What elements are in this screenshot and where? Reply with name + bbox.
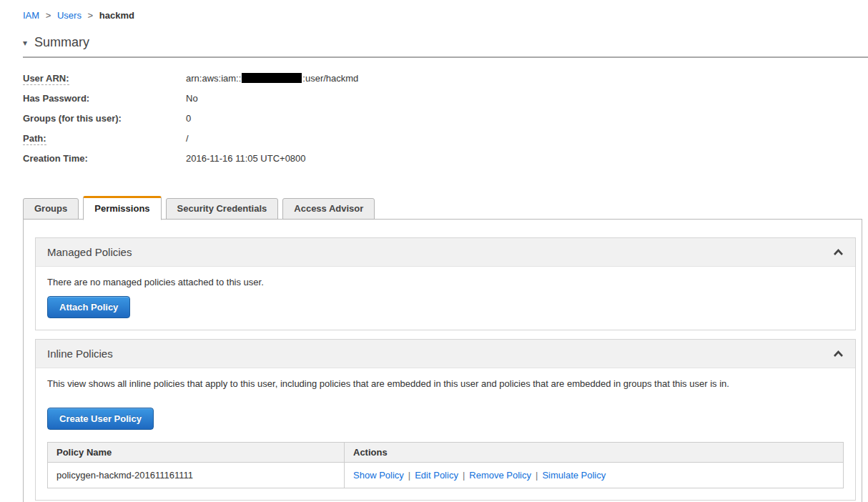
breadcrumb-link-users[interactable]: Users — [57, 10, 82, 21]
policy-name-cell: policygen-hackmd-201611161111 — [48, 463, 345, 488]
inline-policies-section: Inline Policies This view shows all inli… — [35, 339, 856, 501]
summary-row-creation-time: Creation Time: 2016-11-16 11:05 UTC+0800 — [23, 148, 868, 168]
managed-policies-header: Managed Policies — [36, 238, 855, 267]
summary-row-user-arn: User ARN: arn:aws:iam:::user/hackmd — [23, 68, 868, 88]
tab-groups[interactable]: Groups — [23, 198, 79, 220]
breadcrumb: IAM > Users > hackmd — [23, 10, 868, 21]
inline-policies-title: Inline Policies — [47, 348, 113, 360]
inline-policies-description: This view shows all inline policies that… — [47, 378, 844, 389]
summary-section-heading: ▾ Summary — [23, 35, 868, 50]
action-separator: | — [463, 470, 465, 481]
tab-permissions[interactable]: Permissions — [83, 196, 161, 220]
user-arn-label: User ARN: — [23, 73, 186, 84]
user-arn-value: arn:aws:iam:::user/hackmd — [186, 73, 358, 84]
actions-column-header: Actions — [345, 443, 844, 463]
attach-policy-button[interactable]: Attach Policy — [47, 296, 130, 318]
managed-policies-title: Managed Policies — [47, 246, 132, 258]
action-separator: | — [408, 470, 410, 481]
creation-time-label: Creation Time: — [23, 153, 186, 164]
collapse-chevron-icon[interactable] — [833, 350, 844, 358]
inline-policies-body: This view shows all inline policies that… — [36, 368, 855, 500]
breadcrumb-separator: > — [46, 10, 51, 21]
action-separator: | — [536, 470, 538, 481]
path-value: / — [186, 133, 189, 144]
breadcrumb-link-iam[interactable]: IAM — [23, 10, 39, 21]
collapse-chevron-icon[interactable] — [833, 249, 844, 256]
policy-name-column-header: Policy Name — [48, 443, 345, 463]
managed-policies-empty-text: There are no managed policies attached t… — [47, 277, 844, 287]
summary-row-has-password: Has Password: No — [23, 88, 868, 108]
has-password-label: Has Password: — [23, 93, 186, 104]
permissions-tab-panel: Managed Policies There are no managed po… — [23, 219, 862, 502]
simulate-policy-link[interactable]: Simulate Policy — [542, 470, 606, 481]
summary-divider — [23, 56, 868, 58]
inline-policies-header: Inline Policies — [36, 340, 855, 368]
user-detail-tabs: Groups Permissions Security Credentials … — [23, 196, 868, 220]
redacted-account-id — [242, 73, 302, 83]
path-label: Path: — [23, 133, 186, 144]
creation-time-value: 2016-11-16 11:05 UTC+0800 — [186, 153, 306, 164]
summary-fields: User ARN: arn:aws:iam:::user/hackmd Has … — [23, 68, 868, 168]
show-policy-link[interactable]: Show Policy — [353, 470, 404, 481]
create-user-policy-button[interactable]: Create User Policy — [47, 408, 154, 430]
remove-policy-link[interactable]: Remove Policy — [469, 470, 531, 481]
summary-title: Summary — [34, 35, 89, 50]
table-row: policygen-hackmd-201611161111 Show Polic… — [48, 463, 844, 488]
breadcrumb-current-user: hackmd — [99, 10, 134, 21]
breadcrumb-separator: > — [88, 10, 94, 21]
summary-row-path: Path: / — [23, 128, 868, 148]
groups-value: 0 — [186, 113, 191, 124]
table-header-row: Policy Name Actions — [48, 443, 844, 463]
managed-policies-body: There are no managed policies attached t… — [36, 267, 855, 330]
policy-actions-cell: Show Policy|Edit Policy|Remove Policy|Si… — [345, 463, 844, 488]
groups-label: Groups (for this user): — [23, 113, 186, 124]
summary-row-groups: Groups (for this user): 0 — [23, 108, 868, 128]
collapse-triangle-icon[interactable]: ▾ — [23, 38, 27, 48]
tab-security-credentials[interactable]: Security Credentials — [166, 198, 279, 220]
inline-policies-table: Policy Name Actions policygen-hackmd-201… — [47, 442, 844, 488]
has-password-value: No — [186, 93, 198, 104]
managed-policies-section: Managed Policies There are no managed po… — [35, 237, 856, 330]
tab-access-advisor[interactable]: Access Advisor — [282, 198, 375, 220]
edit-policy-link[interactable]: Edit Policy — [415, 470, 458, 481]
